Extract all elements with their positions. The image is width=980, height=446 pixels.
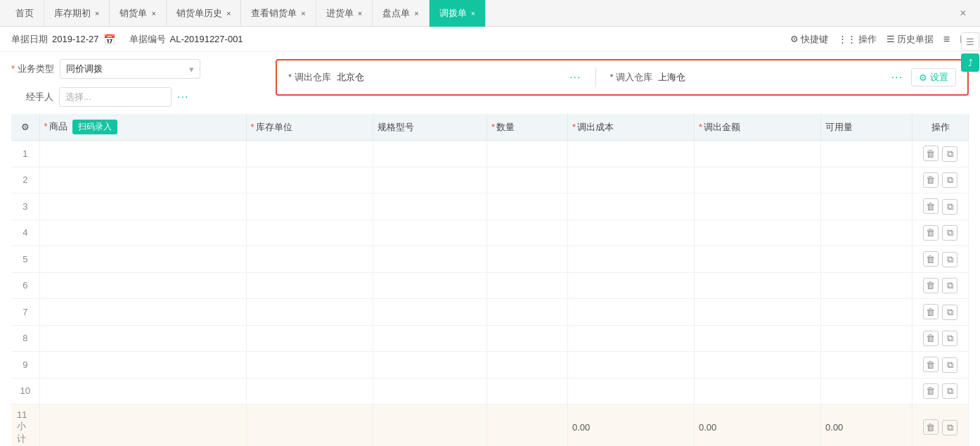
calendar-icon[interactable]: 📅 [103,34,115,45]
delete-row-btn[interactable]: 🗑 [923,278,939,293]
copy-row-btn[interactable]: ⧉ [942,225,958,241]
row-cost[interactable] [567,193,694,220]
row-product[interactable] [39,272,246,299]
ops-btn[interactable]: ⋮⋮ 操作 [838,33,877,46]
tab-close-check-sales[interactable]: × [301,9,305,18]
delete-row-btn[interactable]: 🗑 [923,357,939,372]
row-amount[interactable] [695,193,821,220]
row-spec[interactable] [373,141,486,167]
row-cost[interactable] [567,219,694,246]
row-qty[interactable] [486,299,567,326]
row-available[interactable] [821,299,913,326]
row-product[interactable] [39,352,246,378]
row-qty[interactable] [486,246,567,273]
delete-row-btn[interactable]: 🗑 [923,198,939,214]
row-product[interactable] [39,193,246,220]
row-spec[interactable] [373,352,486,378]
row-qty[interactable] [486,352,567,378]
row-amount[interactable] [695,272,821,299]
row-amount[interactable] [695,352,821,378]
row-product[interactable] [39,219,246,246]
row-unit[interactable] [246,141,373,167]
row-amount[interactable] [695,141,821,167]
row-cost[interactable] [567,299,694,326]
row-spec[interactable] [373,167,486,193]
row-product[interactable] [39,325,246,352]
row-product[interactable] [39,141,246,167]
copy-row-btn[interactable]: ⧉ [942,146,958,162]
row-cost[interactable] [567,167,694,193]
history-btn[interactable]: ☰ 历史单据 [886,33,934,46]
tab-check-sales[interactable]: 查看销货单 × [241,0,316,27]
copy-row-btn[interactable]: ⧉ [942,331,958,346]
shortcut-btn[interactable]: ⚙ 快捷键 [790,33,828,46]
tab-close-purchase[interactable]: × [358,9,362,18]
row-amount[interactable] [695,246,821,273]
row-product[interactable] [39,246,246,273]
copy-row-btn[interactable]: ⧉ [942,305,958,320]
tab-close-inventory-init[interactable]: × [95,9,99,18]
row-unit[interactable] [246,299,373,326]
biz-type-select[interactable]: 同价调拨 ▾ [60,59,200,79]
settings-button[interactable]: ⚙ 设置 [911,68,956,87]
delete-row-btn[interactable]: 🗑 [923,383,939,399]
row-unit[interactable] [246,246,373,273]
th-gear[interactable]: ⚙ [11,114,39,141]
window-close-button[interactable]: × [952,2,974,25]
delete-row-btn[interactable]: 🗑 [923,331,939,346]
row-spec[interactable] [373,219,486,246]
delete-row-btn[interactable]: 🗑 [923,304,939,319]
row-qty[interactable] [486,219,567,246]
row-qty[interactable] [486,272,567,299]
row-unit[interactable] [246,352,373,378]
row-unit[interactable] [246,219,373,246]
copy-row-btn[interactable]: ⧉ [942,420,958,435]
delete-row-btn[interactable]: 🗑 [923,172,939,188]
row-available[interactable] [821,193,913,220]
copy-row-btn[interactable]: ⧉ [942,278,958,293]
delete-row-btn[interactable]: 🗑 [923,419,939,435]
row-qty[interactable] [486,325,567,352]
row-unit[interactable] [246,325,373,352]
tab-sales-history[interactable]: 销货单历史 × [167,0,241,27]
tab-purchase[interactable]: 进货单 × [316,0,373,27]
row-amount[interactable] [695,167,821,193]
tab-close-sales-order[interactable]: × [151,9,155,18]
row-qty[interactable] [486,141,567,167]
row-cost[interactable] [567,325,694,352]
copy-row-btn[interactable]: ⧉ [942,357,958,373]
row-cost[interactable] [567,141,694,167]
tab-sales-order[interactable]: 销货单 × [110,0,166,27]
sidebar-list-icon[interactable]: ☰ [961,32,979,51]
row-cost[interactable] [567,378,694,404]
row-amount[interactable] [695,219,821,246]
row-cost[interactable] [567,246,694,273]
delete-row-btn[interactable]: 🗑 [923,251,939,267]
row-cost[interactable] [567,352,694,378]
delete-row-btn[interactable]: 🗑 [923,225,939,241]
copy-row-btn[interactable]: ⧉ [942,172,958,188]
row-available[interactable] [821,352,913,378]
row-amount[interactable] [695,299,821,326]
row-qty[interactable] [486,378,567,404]
row-available[interactable] [821,325,913,352]
row-unit[interactable] [246,378,373,404]
row-qty[interactable] [486,193,567,220]
scan-btn[interactable]: 扫码录入 [72,120,117,134]
tab-transfer[interactable]: 调拨单 × [430,0,486,27]
row-unit[interactable] [246,193,373,220]
row-spec[interactable] [373,299,486,326]
list-view-btn[interactable]: ≡ [943,33,950,46]
row-spec[interactable] [373,378,486,404]
tab-home[interactable]: 首页 [6,0,44,27]
copy-row-btn[interactable]: ⧉ [942,252,958,267]
row-product[interactable] [39,378,246,404]
agent-input[interactable]: 选择... [59,87,172,107]
delete-row-btn[interactable]: 🗑 [923,146,939,161]
row-amount[interactable] [695,378,821,404]
row-amount[interactable] [695,325,821,352]
row-available[interactable] [821,167,913,193]
row-available[interactable] [821,219,913,246]
warehouse-out-more-btn[interactable]: ··· [569,71,581,84]
agent-more-btn[interactable]: ··· [177,91,188,103]
